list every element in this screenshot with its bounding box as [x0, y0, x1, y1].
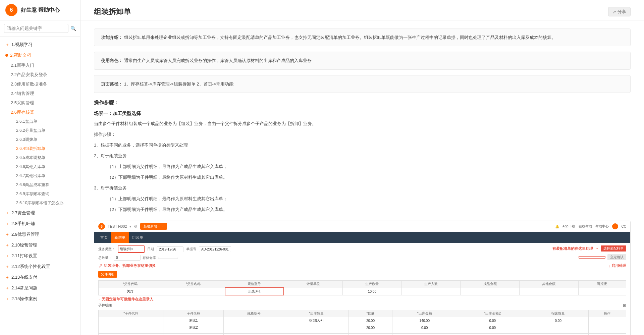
sidebar-item-stockcount[interactable]: 2.6.1盘点单 — [0, 117, 80, 126]
child-cell: 20.00 — [349, 317, 392, 324]
page-title: 组装拆卸单 — [94, 7, 131, 17]
sidebar-item-data[interactable]: 2.3使用前数据准备 — [0, 79, 80, 89]
sidebar-item-system[interactable]: ＋ 2.12系统个性化设置 — [0, 261, 80, 272]
search-input[interactable] — [4, 24, 68, 33]
table-row — [99, 334, 626, 335]
app-nav-new[interactable]: 新增单 — [111, 232, 129, 243]
app-create-btn[interactable]: 新建新增一下 — [140, 223, 167, 230]
app-username: CC — [622, 225, 626, 228]
app-confirm-btn[interactable]: 立定确认 — [607, 254, 626, 260]
child-col-waste: 报废数量 — [528, 310, 588, 317]
expand-icon2: ＋ — [5, 210, 9, 216]
sidebar-item-operate[interactable]: ＋ 2.10经营管理 — [0, 240, 80, 250]
parent-cell-code: 关灯 — [99, 288, 162, 295]
sidebar-item-stock-check[interactable]: 2.6.9库存账本查询 — [0, 189, 80, 199]
app-topbar: 6 TEST-H002 ▾ ⚙ 新建新增一下 🔔 App下载 在线帮助 帮助中心… — [94, 221, 630, 232]
sidebar-item-docs[interactable]: 2.帮助文档 — [0, 50, 80, 61]
sidebar-item-finance[interactable]: ＋ 2.7资金管理 — [0, 208, 80, 218]
sidebar-item-sales[interactable]: 2.4销售管理 — [0, 89, 80, 98]
active-dot — [5, 54, 8, 57]
app-select-bom-btn[interactable]: 选择装配料单 — [601, 245, 626, 252]
nav-list: ＋ 1.视频学习 2.帮助文档 2.1新手入门 2.2产品安装及登录 2.3使用… — [0, 37, 80, 335]
sidebar-item-stock-err[interactable]: 2.6.10库存账本错了怎么办 — [0, 199, 80, 208]
parent-cell-unit — [284, 288, 343, 295]
expand-icon9: ＋ — [5, 285, 9, 291]
parent-col-amt: 成品金额 — [461, 281, 520, 288]
sidebar-item-other-out[interactable]: 2.6.7其他出库单 — [0, 171, 80, 180]
app-child-section-label: 子件明细 — [98, 303, 112, 308]
child-cell — [99, 317, 163, 324]
app-logo-sm: 6 — [98, 223, 105, 230]
parent-col-other: 其他金额 — [519, 281, 578, 288]
share-button[interactable]: ↗ 分享 — [608, 7, 631, 16]
sidebar-item-install[interactable]: 2.2产品安装及登录 — [0, 70, 80, 79]
sidebar-item-coupon[interactable]: ＋ 2.9优惠券管理 — [0, 229, 80, 240]
sidebar-item-cost-calc[interactable]: 2.6.8商品成本重算 — [0, 180, 80, 189]
sidebar-item-label: 1.视频学习 — [11, 42, 33, 48]
app-help-label: 在线帮助 — [579, 224, 592, 229]
sidebar-item-inventory[interactable]: 2.6库存核算 — [0, 108, 80, 117]
sidebar-item-mobile[interactable]: ＋ 2.8手机旺铺 — [0, 218, 80, 229]
sidebar-item-new[interactable]: 2.1新手入门 — [0, 61, 80, 70]
app-avatar — [612, 223, 618, 229]
expand-icon10: ＋ — [5, 296, 9, 302]
path-label: 页面路径： — [101, 81, 123, 87]
table-row: 关灯 贝壳3+1 10.00 — [99, 288, 626, 295]
parent-col-inqty: 生产入数 — [401, 281, 461, 288]
child-col-outamt2: *出库金额2 — [457, 310, 528, 317]
child-cell — [224, 324, 284, 331]
sidebar-item-cost[interactable]: 2.6.5成本调整单 — [0, 153, 80, 162]
search-box: 🔍 — [0, 20, 80, 37]
sidebar-item-adjust[interactable]: 2.6.3调拨单 — [0, 135, 80, 144]
step3-sub1: （1）上部明细为父件明细，最终作为原材料生成其它出库单； — [94, 194, 631, 203]
sidebar-item-video[interactable]: ＋ 1.视频学习 — [0, 39, 80, 50]
sidebar-item-stocksplit[interactable]: 2.6.2分量盘点单 — [0, 126, 80, 135]
app-qty-value: 0 — [114, 255, 141, 261]
app-unit-label: 存储仓库 — [143, 256, 156, 260]
parent-col-spec: 规格型号 — [225, 281, 284, 288]
app-form-area: 业务类型： 组装拆卸 日期 2019-12-26 单据号 AD-20191226… — [94, 243, 630, 335]
sidebar-item-label: 2.14常见问题 — [11, 285, 37, 291]
child-col-outqty: *出库数量 — [284, 310, 349, 317]
parent-cell-qty: 10.00 — [343, 288, 402, 295]
annotation3-arrow: ↓ — [608, 264, 610, 268]
expand-icon5: ＋ — [5, 242, 9, 248]
child-cell: 测试2 — [163, 324, 224, 331]
step2: 2、对于组装业务 — [94, 152, 631, 160]
annotation1-arrow: → — [595, 246, 599, 250]
annotation4-text: 无固定清单可做组件在这里录入 — [102, 297, 153, 302]
expand-icon7: ＋ — [5, 264, 9, 270]
sidebar-item-purchase[interactable]: 2.5采购管理 — [0, 98, 80, 108]
parent-cell-spec: 贝壳3+1 — [225, 288, 284, 295]
parent-col-waste: 可报废 — [578, 281, 626, 288]
sidebar-item-cases[interactable]: ＋ 2.15操作案例 — [0, 293, 80, 304]
sidebar-header: 6 好生意 帮助中心 — [0, 0, 80, 20]
role-text: 通常由生产人员或库管人员完成拆装业务的操作，库管人员确认原材料的出库和产成品的入… — [124, 58, 312, 63]
child-col-code: *子件代码 — [99, 310, 163, 317]
app-appstore-label: App下载 — [562, 224, 575, 229]
app-date-value: 2019-12-26 — [157, 246, 183, 252]
search-icon[interactable]: 🔍 — [70, 26, 76, 31]
steps-label: 操作步骤： — [94, 130, 631, 139]
scene1-desc: 当由多个子件材料组装成一个成品的业务为【组装】业务，当由一个父件拆分成多个子产品… — [94, 119, 631, 128]
app-center-label: 帮助中心 — [595, 224, 609, 229]
sidebar-item-payment[interactable]: ＋ 2.13在线支付 — [0, 272, 80, 283]
sidebar-item-print[interactable]: ＋ 2.11打印设置 — [0, 250, 80, 261]
steps-title: 操作步骤： — [94, 100, 631, 106]
app-nav-home[interactable]: 首页 — [97, 232, 111, 243]
app-nav-assemble[interactable]: 组装单 — [129, 232, 147, 243]
child-cell: 测试1 — [163, 317, 224, 324]
step3: 3、对于拆装业务 — [94, 184, 631, 192]
logo-title: 好生意 帮助中心 — [21, 7, 60, 14]
sidebar-item-assemble[interactable]: 2.6.4组装拆卸单 — [0, 144, 80, 153]
role-label: 使用角色： — [101, 58, 123, 63]
sidebar-item-faq[interactable]: ＋ 2.14常见问题 — [0, 283, 80, 293]
child-col-name: 子件名称 — [163, 310, 224, 317]
app-form-row1: 业务类型： 组装拆卸 日期 2019-12-26 单据号 AD-20191226… — [98, 245, 546, 253]
content-body: 功能介绍： 组装拆卸单用来处理企业组装或拆卸等加工业务，支持有固定装配清单的产品… — [80, 20, 644, 335]
sidebar-item-label: 2.9优惠券管理 — [11, 231, 39, 237]
app-screenshot: 6 TEST-H002 ▾ ⚙ 新建新增一下 🔔 App下载 在线帮助 帮助中心… — [94, 221, 631, 335]
child-cell: 20.00 — [349, 324, 392, 331]
sidebar-item-other-in[interactable]: 2.6.6其他入库单 — [0, 162, 80, 171]
parent-col-unit: 计量单位 — [284, 281, 343, 288]
